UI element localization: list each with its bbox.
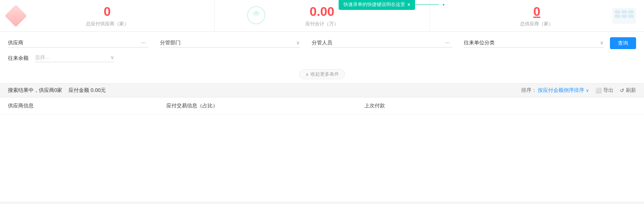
filters-section: 供应商 ··· 分管部门 ∨ 分管人员 ··· 往来单位分类 ∨ 查询 bbox=[0, 32, 644, 84]
balance-label: 往来余额 bbox=[8, 55, 32, 62]
refresh-label: 刷新 bbox=[626, 87, 636, 94]
supplier-input[interactable] bbox=[32, 40, 139, 46]
filter-unit-category-group: 往来单位分类 ∨ bbox=[464, 39, 604, 48]
export-button[interactable]: ⬜ 导出 bbox=[595, 87, 614, 94]
payable-suppliers-count: 0 bbox=[104, 4, 111, 19]
unit-category-label: 往来单位分类 bbox=[464, 39, 495, 46]
tooltip-box: 快速录单的快捷键说明在这里 × bbox=[339, 0, 415, 10]
results-bar: 搜索结果中，供应商0家 应付金额 0.00元 排序： 按应付会额倒序排序 ∨ ⬜… bbox=[0, 84, 644, 97]
table-body bbox=[0, 114, 644, 202]
refresh-button[interactable]: ↺ 刷新 bbox=[620, 87, 636, 94]
supplier-label: 供应商 bbox=[8, 39, 32, 46]
payable-suppliers-label: 总应付供应商（家） bbox=[86, 21, 129, 27]
filter-department-group: 分管部门 ∨ bbox=[160, 39, 300, 48]
person-input[interactable] bbox=[335, 40, 443, 46]
payable-total-label: 应付合计（万） bbox=[305, 21, 339, 27]
refresh-icon: ↺ bbox=[620, 88, 624, 93]
sort-value[interactable]: 按应付会额倒序排序 bbox=[538, 87, 584, 93]
col-supplier-header: 供应商信息 bbox=[8, 102, 166, 109]
collapse-row: ∧ 收起更多条件 bbox=[8, 67, 636, 83]
stat-payable-suppliers: 0 总应付供应商（家） bbox=[0, 0, 215, 31]
person-label: 分管人员 bbox=[312, 39, 335, 46]
tooltip-text: 快速录单的快捷键说明在这里 bbox=[343, 1, 405, 8]
supplier-dots[interactable]: ··· bbox=[139, 39, 148, 46]
results-count: 搜索结果中，供应商0家 bbox=[8, 87, 62, 94]
collapse-button[interactable]: ∧ 收起更多条件 bbox=[299, 69, 345, 79]
faint-bg-icon bbox=[612, 8, 636, 24]
table-header: 供应商信息 应付交易信息（占比） 上次付款 bbox=[0, 97, 644, 114]
tooltip-area: 快速录单的快捷键说明在这里 × bbox=[339, 0, 445, 10]
collapse-chevron-icon: ∧ bbox=[305, 72, 309, 77]
tooltip-close[interactable]: × bbox=[408, 2, 410, 8]
results-summary: 搜索结果中，供应商0家 应付金额 0.00元 bbox=[8, 87, 106, 94]
col-transaction-header: 应付交易信息（占比） bbox=[166, 102, 364, 109]
payable-total-count: 0.00 bbox=[310, 4, 334, 19]
col-lastpay-header: 上次付款 bbox=[364, 102, 636, 109]
filters-row-1: 供应商 ··· 分管部门 ∨ 分管人员 ··· 往来单位分类 ∨ 查询 bbox=[8, 37, 636, 49]
export-label: 导出 bbox=[603, 87, 614, 94]
unit-category-select[interactable]: ∨ bbox=[495, 40, 604, 46]
balance-chevron: ∨ bbox=[111, 55, 114, 60]
query-button[interactable]: 查询 bbox=[610, 37, 636, 49]
export-icon: ⬜ bbox=[595, 88, 602, 93]
stat-total-suppliers: 0 总供应商（家） bbox=[430, 0, 644, 31]
sort-label: 排序： 按应付会额倒序排序 ∨ bbox=[521, 87, 589, 94]
total-suppliers-label: 总供应商（家） bbox=[520, 21, 553, 27]
stats-bar: 0 总应付供应商（家） 快速录单的快捷键说明在这里 × 0.00 应付合计（万） bbox=[0, 0, 644, 32]
department-select[interactable]: ∨ bbox=[184, 40, 300, 46]
filter-person-group: 分管人员 ··· bbox=[312, 39, 452, 48]
svg-point-1 bbox=[255, 11, 258, 14]
diamond-icon bbox=[8, 8, 24, 24]
unit-category-chevron: ∨ bbox=[600, 40, 604, 46]
sort-chevron: ∨ bbox=[586, 88, 589, 93]
balance-placeholder: 选择... bbox=[35, 54, 111, 61]
collapse-label: 收起更多条件 bbox=[311, 71, 339, 78]
total-suppliers-count: 0 bbox=[533, 4, 540, 19]
filter-balance-group[interactable]: 选择... ∨ bbox=[35, 54, 114, 62]
department-label: 分管部门 bbox=[160, 39, 184, 46]
mint-icon bbox=[246, 5, 266, 26]
filter-supplier-group: 供应商 ··· bbox=[8, 39, 148, 48]
person-dots[interactable]: ··· bbox=[443, 39, 452, 46]
department-chevron: ∨ bbox=[296, 40, 300, 46]
results-actions: 排序： 按应付会额倒序排序 ∨ ⬜ 导出 ↺ 刷新 bbox=[521, 87, 636, 94]
filters-row-2: 往来余额 选择... ∨ bbox=[8, 54, 636, 62]
stat-payable-total: 快速录单的快捷键说明在这里 × 0.00 应付合计（万） bbox=[215, 0, 429, 31]
results-amount: 应付金额 0.00元 bbox=[69, 87, 106, 94]
